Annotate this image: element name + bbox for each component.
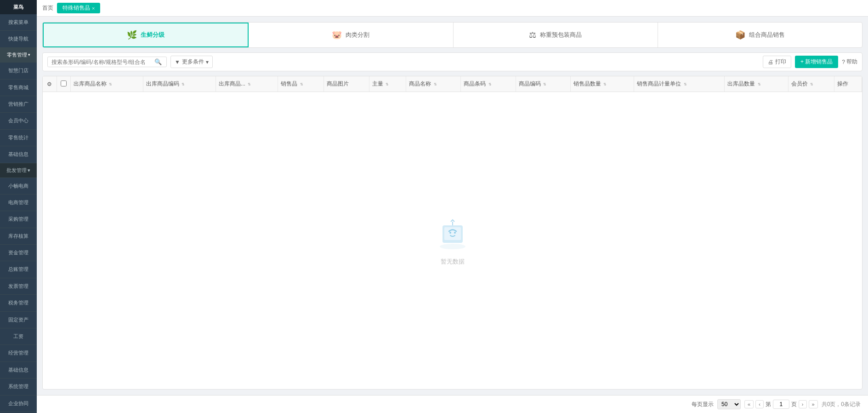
table-container: ⚙ 出库商品名称 ⇅ 出库商品编码 ⇅ 出库商品... ⇅	[42, 76, 862, 390]
empty-illustration	[434, 215, 471, 252]
svg-point-0	[440, 244, 465, 249]
sidebar-item-inventory[interactable]: 库存核算	[0, 228, 37, 245]
sidebar-item-smartshop[interactable]: 智慧门店	[0, 63, 37, 79]
data-table: ⚙ 出库商品名称 ⇅ 出库商品编码 ⇅ 出库商品... ⇅	[43, 76, 862, 92]
next-page-button[interactable]: ›	[799, 400, 807, 408]
sort-icon: ⇅	[386, 82, 389, 86]
col-salesqty[interactable]: 销售品数量 ⇅	[570, 76, 634, 92]
col-sales[interactable]: 销售品 ⇅	[278, 76, 324, 92]
sidebar-item-bizmgmt[interactable]: 经营管理	[0, 345, 37, 361]
sidebar-item-fixedasset[interactable]: 固定资产	[0, 312, 37, 328]
content-area: 🌿 生鲜分级 🐷 肉类分割 ⚖ 称重预包装商品 📦 组合商品销售 🔍	[37, 17, 868, 395]
search-input[interactable]	[51, 59, 153, 65]
pagination: 每页显示 50 20 100 « ‹ 第 页 › » 共0页，0条记录	[37, 395, 868, 413]
help-icon: ?	[842, 59, 845, 65]
col-salesunit[interactable]: 销售商品计量单位 ⇅	[634, 76, 725, 92]
col-outcode[interactable]: 出库商品编码 ⇅	[143, 76, 216, 92]
category-tabs: 🌿 生鲜分级 🐷 肉类分割 ⚖ 称重预包装商品 📦 组合商品销售	[42, 22, 862, 48]
col-checkbox[interactable]	[57, 76, 70, 92]
col-image: 商品图片	[323, 76, 369, 92]
add-product-button[interactable]: + 新增销售品	[795, 56, 838, 68]
first-page-button[interactable]: «	[744, 400, 754, 408]
col-action: 操作	[834, 76, 862, 92]
sort-icon: ⇅	[434, 82, 437, 86]
sidebar-item-tax[interactable]: 税务管理	[0, 295, 37, 311]
col-goodsname[interactable]: 商品名称 ⇅	[406, 76, 461, 92]
tab-combo[interactable]: 📦 组合商品销售	[658, 23, 862, 47]
fresh-icon: 🌿	[127, 30, 137, 40]
sidebar-item-basicinfo[interactable]: 基础信息	[0, 146, 37, 163]
sidebar-item-member[interactable]: 会员中心	[0, 113, 37, 129]
sort-icon: ⇅	[684, 82, 687, 86]
toolbar: 🔍 ▼ 更多条件 ▾ 🖨 打印 + 新增销售品 ? 帮助	[42, 52, 862, 71]
sidebar-item-ledger[interactable]: 总账管理	[0, 261, 37, 278]
col-settings[interactable]: ⚙	[43, 76, 57, 92]
sidebar-item-retail[interactable]: 零售管理 ▾	[0, 48, 37, 63]
print-button[interactable]: 🖨 打印	[763, 56, 791, 68]
sidebar-item-minishop[interactable]: 小畅电商	[0, 178, 37, 195]
tab-combo-label: 组合商品销售	[749, 31, 785, 39]
sort-icon: ⇅	[543, 82, 546, 86]
filter-icon: ▼	[175, 59, 180, 65]
sort-icon: ⇅	[758, 82, 761, 86]
page-number-input[interactable]	[773, 400, 789, 409]
sidebar-item-agreement[interactable]: 企业协同	[0, 396, 37, 412]
sort-icon: ⇅	[109, 82, 112, 86]
col-outqty[interactable]: 出库品数量 ⇅	[725, 76, 789, 92]
empty-state: 暂无数据	[43, 92, 862, 389]
sidebar: 菜鸟 搜索菜单 快捷导航 零售管理 ▾ 智慧门店 零售商城 营销推广 会员中心 …	[0, 0, 37, 413]
select-all-checkbox[interactable]	[61, 80, 67, 86]
help-label: 帮助	[846, 58, 857, 66]
sidebar-item-wholesale[interactable]: 批发管理 ▾	[0, 163, 37, 178]
print-icon: 🖨	[768, 59, 773, 65]
search-icon: 🔍	[154, 58, 162, 65]
combo-icon: 📦	[735, 30, 745, 40]
sidebar-item-sysmgmt[interactable]: 系统管理	[0, 379, 37, 395]
filter-arrow-icon: ▾	[206, 59, 209, 65]
filter-label: 更多条件	[182, 58, 204, 66]
sidebar-item-retailstats[interactable]: 零售统计	[0, 130, 37, 146]
per-page-select[interactable]: 50 20 100	[717, 399, 741, 409]
sidebar-item-marketing[interactable]: 营销推广	[0, 96, 37, 113]
sidebar-item-purchase[interactable]: 采购管理	[0, 211, 37, 228]
tab-weight[interactable]: ⚖ 称重预包装商品	[454, 23, 658, 47]
sidebar-item-invoice[interactable]: 发票管理	[0, 278, 37, 295]
chevron-down-icon: ▾	[28, 167, 30, 173]
tab-fresh-label: 生鲜分级	[141, 31, 165, 39]
filter-button[interactable]: ▼ 更多条件 ▾	[170, 56, 213, 68]
toolbar-left: 🔍 ▼ 更多条件 ▾	[47, 56, 213, 68]
home-tab[interactable]: 首页	[42, 4, 53, 12]
sidebar-item-finance[interactable]: 资金管理	[0, 245, 37, 261]
active-tab[interactable]: 特殊销售品 ×	[57, 3, 100, 13]
toolbar-right: 🖨 打印 + 新增销售品 ? 帮助	[763, 56, 857, 68]
sort-icon: ⇅	[300, 82, 303, 86]
svg-point-3	[449, 232, 451, 234]
col-weight[interactable]: 主量 ⇅	[369, 76, 406, 92]
tab-close-icon[interactable]: ×	[92, 6, 95, 11]
col-outinfo[interactable]: 出库商品... ⇅	[216, 76, 278, 92]
col-memberprice[interactable]: 会员价 ⇅	[789, 76, 834, 92]
per-page-label: 每页显示	[692, 401, 714, 408]
sidebar-item-salary[interactable]: 工资	[0, 328, 37, 345]
tab-fresh[interactable]: 🌿 生鲜分级	[43, 23, 249, 47]
sort-icon: ⇅	[248, 82, 251, 86]
meat-icon: 🐷	[332, 30, 342, 40]
help-button[interactable]: ? 帮助	[842, 58, 857, 66]
tab-weight-label: 称重预包装商品	[540, 31, 582, 39]
search-box: 🔍	[47, 57, 167, 67]
last-page-button[interactable]: »	[809, 400, 818, 408]
sidebar-item-retailmall[interactable]: 零售商城	[0, 80, 37, 96]
sidebar-item-ecommerce[interactable]: 电商管理	[0, 195, 37, 211]
sidebar-item-search[interactable]: 搜索菜单	[0, 14, 37, 31]
main-content: 首页 特殊销售品 × 🌿 生鲜分级 🐷 肉类分割 ⚖ 称重预包装商品 📦 组合商…	[37, 0, 868, 413]
page-nav: « ‹ 第 页 › »	[744, 400, 818, 409]
col-barcode[interactable]: 商品条码 ⇅	[461, 76, 516, 92]
col-goodscode[interactable]: 商品编码 ⇅	[516, 76, 570, 92]
tab-meat[interactable]: 🐷 肉类分割	[249, 23, 453, 47]
sidebar-item-basicinfo2[interactable]: 基础信息	[0, 362, 37, 379]
page-label: 第	[766, 401, 771, 408]
total-info: 共0页，0条记录	[822, 401, 861, 408]
col-outname[interactable]: 出库商品名称 ⇅	[70, 76, 143, 92]
prev-page-button[interactable]: ‹	[755, 400, 764, 408]
sidebar-item-quicknav[interactable]: 快捷导航	[0, 31, 37, 47]
